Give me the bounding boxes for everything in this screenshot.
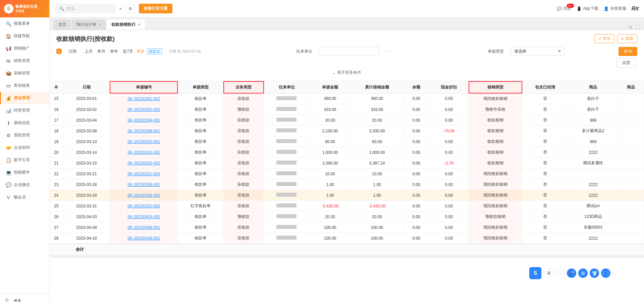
tab-close-verify[interactable]: ✕: [138, 23, 140, 26]
industry-btn[interactable]: 体验行业方案: [139, 4, 172, 13]
sidebar-item-member[interactable]: V畅会员: [0, 191, 49, 203]
cell-docno[interactable]: SK-20230310-001: [110, 136, 177, 147]
cell-includefinal: 否: [522, 179, 568, 190]
collapse-icon[interactable]: ◀◀: [13, 297, 20, 303]
sidebar-item-hardware[interactable]: 💻智能硬件: [0, 166, 49, 179]
cell-biztype: 应收款: [224, 201, 264, 211]
cell-docno[interactable]: SK-20230328-002: [110, 190, 177, 201]
cell-docno[interactable]: SK-20230321-003: [110, 169, 177, 179]
cell-partner: [264, 126, 310, 136]
cell-verifytype: 收款核销: [469, 136, 522, 147]
tab-close-prepay[interactable]: ✕: [99, 23, 101, 26]
service-btn[interactable]: 👤 在线客服: [604, 6, 626, 11]
message-btn[interactable]: 💬 消息 99+: [557, 6, 571, 11]
sidebar-item-system[interactable]: ⚙系统管理: [0, 129, 49, 141]
filter-custom-btn[interactable]: 自定义: [147, 48, 162, 55]
docno-link[interactable]: SK-20230310-001: [127, 139, 160, 144]
brand-icon-text[interactable]: 英: [544, 268, 553, 278]
cell-docno[interactable]: SK-20230308-001: [110, 126, 177, 136]
sidebar-item-enterprise[interactable]: 🤝企业协同: [0, 141, 49, 154]
cell-docno[interactable]: SK-20230403-002: [110, 211, 177, 222]
expand-more-btn[interactable]: ⌄ 展开更多条件: [332, 70, 361, 75]
capital-label: 资金管理: [14, 95, 30, 101]
cell-docno[interactable]: SK-20230315-002: [110, 158, 177, 169]
sidebar-item-wechat[interactable]: 💬企业微信: [0, 179, 49, 191]
filter-more-btn[interactable]: 更多: [137, 49, 145, 54]
filter-this-month[interactable]: 本月: [96, 48, 107, 55]
sidebar-item-guide[interactable]: 📋新手引导: [0, 154, 49, 166]
filter-toggle-btn[interactable]: »: [56, 49, 62, 54]
tabs-bar: 首页预付应付单✕收款核销执行✕ ✕ ⛶: [50, 17, 644, 30]
maximize-icon[interactable]: ⛶: [635, 24, 640, 30]
app-label: App下载: [583, 6, 598, 11]
close-window-icon[interactable]: ✕: [629, 24, 633, 30]
filter-doctype-select[interactable]: 请选择: [511, 47, 564, 56]
cell-docno[interactable]: SK-20230331-002: [110, 201, 177, 211]
docno-link[interactable]: SK-20230331-002: [127, 204, 160, 208]
cell-docno[interactable]: SK-20230301-002: [110, 93, 177, 104]
cell-amount: 100.00: [310, 233, 351, 244]
docno-link[interactable]: SK-20230408-001: [127, 225, 160, 230]
docno-link[interactable]: SK-20230315-002: [127, 161, 160, 166]
topbar-gear-btn[interactable]: ⚙: [125, 4, 135, 13]
sidebar-item-operation[interactable]: 📊经营管理: [0, 104, 49, 117]
cell-docno[interactable]: SK-20230314-001: [110, 147, 177, 158]
cell-partner: [264, 222, 310, 233]
user-avatar[interactable]: Rit: [632, 6, 639, 12]
export-btn[interactable]: ↗ 导出: [594, 34, 614, 43]
brand-icon-dot[interactable]: ·: [555, 268, 565, 278]
filter-partner-input[interactable]: [319, 47, 379, 56]
tab-prepay[interactable]: 预付应付单✕: [72, 19, 106, 30]
cell-goods1: [568, 169, 618, 179]
filter-dots[interactable]: ···: [386, 48, 392, 54]
app-download-btn[interactable]: 📱 App下载: [577, 6, 598, 11]
topbar-chevron[interactable]: ▾: [119, 6, 121, 11]
docno-link[interactable]: SK-20230302-002: [127, 107, 160, 112]
cell-docno[interactable]: SK-20230302-002: [110, 104, 177, 115]
docno-link[interactable]: SK-20230403-002: [127, 215, 160, 219]
sidebar-item-basic[interactable]: ℹ基础信息: [0, 117, 49, 129]
cell-docno[interactable]: SK-20230408-001: [110, 222, 177, 233]
brand-icon-grid[interactable]: ⊞: [578, 268, 588, 278]
sidebar-item-search[interactable]: 🔍搜索菜单: [0, 17, 49, 30]
settings-icon[interactable]: ⚙: [5, 297, 9, 303]
filter-7days[interactable]: 近7天: [121, 48, 135, 55]
tab-home[interactable]: 首页: [54, 19, 71, 30]
cell-goods1: 2222: [568, 233, 618, 244]
topbar-search[interactable]: 🔍 搜索...: [55, 4, 115, 13]
filter-query-btn[interactable]: 查询: [619, 47, 637, 56]
sidebar-item-inventory[interactable]: 🗃库存核算: [0, 79, 49, 92]
docno-link[interactable]: SK-20230328-002: [127, 193, 160, 198]
sidebar-item-quicknav[interactable]: 🏠快捷导航: [0, 30, 49, 42]
cell-docno[interactable]: SK-20230418-001: [110, 233, 177, 244]
docno-link[interactable]: SK-20230304-001: [127, 118, 160, 123]
docno-link[interactable]: SK-20230418-001: [127, 236, 160, 241]
cell-goods2: [618, 179, 644, 190]
filter-last-month[interactable]: 上月: [83, 48, 94, 55]
filter-this-year[interactable]: 本年: [109, 48, 119, 55]
filter-expand-icon[interactable]: »: [56, 49, 62, 54]
docno-link[interactable]: SK-20230321-003: [127, 172, 160, 176]
sidebar-item-purchase[interactable]: 📦采购管理: [0, 67, 49, 79]
sidebar-item-capital[interactable]: 💰资金管理: [0, 92, 49, 104]
docno-link[interactable]: SK-20230308-001: [127, 129, 160, 133]
brand-icon-apps[interactable]: ⋮⋮: [601, 268, 610, 278]
sidebar-item-sales[interactable]: 🛍销售管理: [0, 55, 49, 67]
refresh-btn[interactable]: ↻ 刷新: [617, 34, 637, 43]
cell-seq: 24: [50, 190, 63, 201]
content-area: 收款核销执行(按收款) ↗ 导出 ↻ 刷新 » 日期 上月: [50, 30, 644, 306]
sidebar-item-marketing[interactable]: 📢营销推广: [0, 42, 49, 55]
footer-label: 合计: [50, 244, 110, 255]
docno-link[interactable]: SK-20230301-002: [127, 97, 160, 101]
cell-docno[interactable]: SK-20230304-001: [110, 115, 177, 126]
sales-icon: 🛍: [6, 58, 11, 64]
docno-link[interactable]: SK-20230328-001: [127, 182, 160, 187]
docno-link[interactable]: SK-20230314-001: [127, 150, 160, 155]
tab-verify[interactable]: 收款核销执行✕: [107, 19, 145, 30]
cell-docno[interactable]: SK-20230328-001: [110, 179, 177, 190]
filter-setting-btn[interactable]: 设置: [616, 58, 636, 68]
brand-icon-shirt[interactable]: 👕: [590, 268, 599, 278]
brand-icon-mic[interactable]: 🎤: [567, 268, 576, 278]
horizontal-scrollbar[interactable]: [50, 255, 644, 258]
cell-amount: -2,430.00: [310, 201, 351, 211]
